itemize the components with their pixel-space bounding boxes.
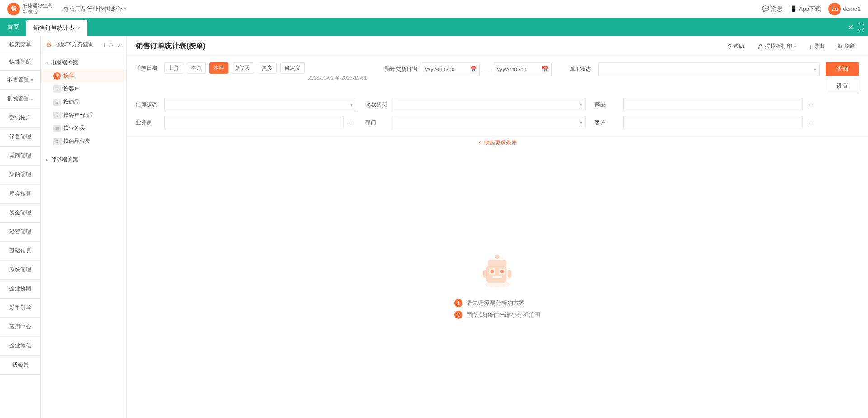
this-month-btn[interactable]: 本月 [187,62,206,74]
customer-label: 客户 [595,119,620,127]
pc-scheme-header[interactable]: ▾ 电脑端方案 [41,56,126,69]
tab-close-icon[interactable]: × [77,25,80,31]
help-btn[interactable]: ? 帮助 [724,41,748,52]
page-header-actions: ? 帮助 🖨 按模板打印 ▾ ↓ 导出 ↻ [724,41,859,52]
scheme-icon-按业务员: ▦ [53,125,61,132]
scheme-icon-按商品: ⊞ [53,99,61,106]
sidebar-item-member[interactable]: 畅会员 [0,356,40,375]
edit-scheme-btn[interactable]: ✎ [109,41,114,48]
sidebar-item-purchase[interactable]: 采购管理 [0,166,40,185]
print-dropdown-icon[interactable]: ▾ [794,44,796,49]
help-icon: ? [728,43,731,50]
ship-status-select-wrap [164,98,356,111]
scheme-icon-按客户: ⊞ [53,86,61,93]
sidebar-item-retail[interactable]: 零售管理 ▾ [0,71,40,90]
empty-state: 1 请先选择要分析的方案 2 用[过滤]条件来缩小分析范围 [127,150,868,418]
window-close-btn[interactable]: ✕ [848,23,854,32]
sidebar-item-enterprise[interactable]: 企业协同 [0,280,40,299]
main-content: 销售订单统计表(按单) ? 帮助 🖨 按模板打印 ▾ ↓ [127,36,868,418]
window-maximize-btn[interactable]: ⛶ [857,23,864,31]
scheme-按商品[interactable]: ⊞ 按商品 [41,95,126,109]
scheme-按客户[interactable]: ⊞ 按客户 [41,82,126,95]
app-dropdown-icon[interactable]: ▾ [124,6,127,12]
salesman-input-area[interactable] [164,116,344,129]
print-btn[interactable]: 🖨 按模板打印 ▾ [753,41,800,52]
calendar-icon-1[interactable]: 📅 [470,66,477,73]
sidebar-item-basic[interactable]: 基础信息 [0,242,40,261]
customer-more-btn[interactable]: ··· [807,119,816,126]
refresh-icon: ↻ [837,43,843,50]
tab-home[interactable]: 首页 [0,18,26,36]
calendar-icon-2[interactable]: 📅 [542,66,549,73]
message-btn[interactable]: 💬 消息 [762,5,783,13]
refresh-btn[interactable]: ↻ 刷新 [834,41,859,52]
scheme-按客户商品[interactable]: ⊞ 按客户+商品 [41,109,126,122]
sidebar-item-inventory[interactable]: 库存核算 [0,185,40,204]
customer-input-area[interactable] [623,116,803,129]
query-btn[interactable]: 查询 [826,62,859,76]
svg-rect-9 [488,260,507,267]
scheme-按单[interactable]: 按 按单 [41,69,126,82]
wholesale-arrow: ▴ [31,96,33,101]
app-title-area[interactable]: 办公用品行业模拟账套 ▾ [63,5,127,13]
left-panel-actions: + ✎ « [103,41,121,48]
more-btn[interactable]: 更多 [258,62,277,74]
pay-status-select[interactable] [394,98,586,111]
salesman-more-btn[interactable]: ··· [347,119,356,126]
bill-status-label: 单据状态 [570,66,594,73]
dept-select[interactable] [394,116,586,129]
svg-point-4 [490,270,494,273]
main-layout: 搜索菜单 快捷导航 零售管理 ▾ 批发管理 ▴ 营销推广 销售管理 电商管理 采… [0,36,868,418]
sidebar-item-ecommerce[interactable]: 电商管理 [0,147,40,166]
collapse-panel-btn[interactable]: « [117,41,121,48]
sidebar-item-weixin[interactable]: 企业微信 [0,337,40,356]
sidebar-search[interactable]: 搜索菜单 [0,36,40,53]
filter-icon: ⚙ [46,41,52,48]
last7-btn[interactable]: 近7天 [232,62,254,74]
sidebar-item-sales[interactable]: 销售管理 [0,128,40,147]
scheme-按业务员[interactable]: ▦ 按业务员 [41,122,126,135]
export-icon: ↓ [809,43,812,50]
expected-date-label: 预计交货日期 [385,66,417,73]
add-scheme-btn[interactable]: + [103,41,106,48]
settings-btn[interactable]: 设置 [826,79,859,93]
download-icon: 📱 [790,5,797,12]
svg-point-10 [495,254,500,259]
svg-rect-6 [492,276,502,278]
goods-more-btn[interactable]: ··· [807,101,816,108]
last-month-btn[interactable]: 上月 [164,62,183,74]
date-label: 单据日期 [136,64,160,72]
export-btn[interactable]: ↓ 导出 [805,41,828,52]
sidebar-item-marketing[interactable]: 营销推广 [0,109,40,128]
left-panel: ⚙ 按以下方案查询 + ✎ « ▾ 电脑端方案 按 按单 [41,36,127,418]
user-area[interactable]: Ea demo2 [828,3,861,15]
dept-select-wrap [394,116,586,129]
tab-bar: 首页 销售订单统计表 × ✕ ⛶ [0,18,868,36]
header-right: 💬 消息 📱 App下载 Ea demo2 [762,3,861,15]
salesman-label: 业务员 [136,119,160,127]
mobile-scheme-group: ▸ 移动端方案 [41,151,126,169]
ship-status-select[interactable] [164,98,356,111]
mobile-group-arrow: ▸ [46,157,48,162]
bill-status-select[interactable] [598,62,820,76]
empty-tips: 1 请先选择要分析的方案 2 用[过滤]条件来缩小分析范围 [454,299,540,319]
custom-btn[interactable]: 自定义 [280,62,305,74]
this-year-btn[interactable]: 本年 [209,62,228,74]
sidebar-item-appstore[interactable]: 应用中心 [0,318,40,337]
tab-active[interactable]: 销售订单统计表 × [26,20,87,36]
pc-group-arrow: ▾ [46,60,48,65]
sidebar-item-operations[interactable]: 经营管理 [0,223,40,242]
mobile-scheme-header[interactable]: ▸ 移动端方案 [41,153,126,166]
sidebar-item-wholesale[interactable]: 批发管理 ▴ [0,90,40,109]
sidebar-quick-nav[interactable]: 快捷导航 [0,53,40,71]
sidebar-item-guide[interactable]: 新手引导 [0,299,40,318]
goods-input-area[interactable] [623,98,803,111]
sidebar-item-system[interactable]: 系统管理 [0,261,40,280]
print-icon: 🖨 [757,43,763,50]
sidebar-item-finance[interactable]: 资金管理 [0,204,40,223]
scheme-按商品分类[interactable]: ⊟ 按商品分类 [41,135,126,148]
scheme-icon-按单: 按 [53,72,61,80]
collapse-bar[interactable]: ∧ 收起更多条件 [127,135,868,150]
content-area: ⚙ 按以下方案查询 + ✎ « ▾ 电脑端方案 按 按单 [41,36,868,418]
app-download-btn[interactable]: 📱 App下载 [790,5,821,13]
